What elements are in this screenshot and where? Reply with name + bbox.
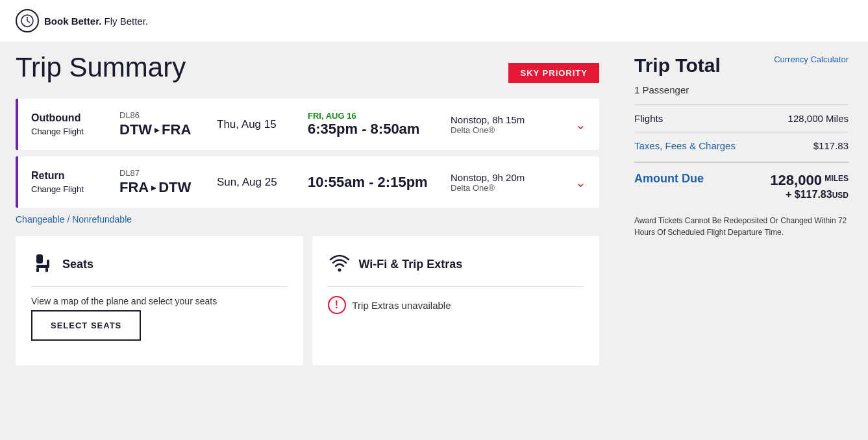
outbound-date: Thu, Aug 15 — [217, 118, 288, 131]
return-route: FRA ▸ DTW — [119, 179, 197, 196]
header: Book Better. Fly Better. — [0, 0, 868, 42]
taxes-value: $117.83 — [813, 140, 849, 151]
wifi-card-title: Wi-Fi & Trip Extras — [359, 258, 463, 271]
outbound-info-block: Nonstop, 8h 15m Delta One® — [451, 114, 554, 135]
amount-due-row: Amount Due 128,000 MILES + $117.83USD — [634, 162, 849, 206]
outbound-nonstop: Nonstop, 8h 15m — [451, 114, 554, 125]
return-flight-card: Return Change Flight DL87 FRA ▸ DTW Sun,… — [16, 156, 599, 208]
svg-point-8 — [338, 269, 341, 272]
outbound-time: 6:35pm - 8:50am — [308, 121, 431, 138]
return-date: Sun, Aug 25 — [217, 176, 288, 189]
right-panel: Trip Total Currency Calculator 1 Passeng… — [615, 42, 868, 381]
flights-label: Flights — [634, 113, 663, 124]
flights-cost-row: Flights 128,000 Miles — [634, 104, 849, 132]
page-title: Trip Summary — [16, 52, 186, 83]
return-nonstop: Nonstop, 9h 20m — [451, 172, 554, 183]
extras-cards-row: Seats View a map of the plane and select… — [16, 236, 599, 365]
seats-card-header: Seats — [31, 251, 288, 287]
return-time: 10:55am - 2:15pm — [308, 174, 431, 191]
svg-rect-6 — [36, 268, 39, 272]
logo-icon — [16, 9, 39, 32]
seat-icon — [31, 251, 55, 278]
changeable-note: Changeable / Nonrefundable — [16, 214, 599, 225]
taxes-label: Taxes, Fees & Charges — [634, 140, 736, 151]
amount-due-miles-unit: MILES — [825, 174, 849, 183]
main-content: Trip Summary SKY PRIORITY Outbound Chang… — [0, 42, 868, 381]
wifi-card: Wi-Fi & Trip Extras ! Trip Extras unavai… — [312, 236, 600, 365]
return-route-arrow: ▸ — [151, 182, 156, 193]
sky-priority-badge: SKY PRIORITY — [508, 63, 599, 83]
flights-value: 128,000 Miles — [788, 113, 849, 124]
seats-card-body: View a map of the plane and select your … — [31, 296, 288, 341]
outbound-route-section: DL86 DTW ▸ FRA — [119, 110, 197, 138]
return-time-block: 10:55am - 2:15pm — [308, 174, 431, 191]
logo: Book Better. Fly Better. — [16, 9, 148, 32]
return-class: Delta One® — [451, 183, 554, 193]
seats-card-title: Seats — [62, 258, 93, 271]
seats-card: Seats View a map of the plane and select… — [16, 236, 303, 365]
outbound-label: Outbound — [31, 112, 109, 124]
outbound-time-block: FRI, AUG 16 6:35pm - 8:50am — [308, 111, 431, 138]
amount-due-label: Amount Due — [634, 172, 704, 186]
return-label: Return — [31, 170, 109, 182]
outbound-class: Delta One® — [451, 125, 554, 135]
svg-rect-5 — [47, 260, 49, 268]
return-label-section: Return Change Flight — [31, 170, 109, 194]
outbound-change-flight-link[interactable]: Change Flight — [31, 127, 109, 136]
outbound-route-arrow: ▸ — [155, 125, 159, 135]
outbound-flight-number: DL86 — [119, 110, 197, 120]
wifi-icon — [328, 251, 351, 278]
trip-total-header: Trip Total Currency Calculator — [634, 55, 849, 79]
trip-extras-unavailable-row: ! Trip Extras unavailable — [328, 296, 584, 314]
outbound-label-section: Outbound Change Flight — [31, 112, 109, 136]
return-info-block: Nonstop, 9h 20m Delta One® — [451, 172, 554, 193]
svg-line-2 — [27, 21, 30, 23]
outbound-expand-icon[interactable]: ⌄ — [575, 117, 586, 132]
return-flight-number: DL87 — [119, 168, 197, 178]
svg-rect-7 — [45, 268, 48, 272]
logo-text: Book Better. Fly Better. — [44, 16, 148, 27]
amount-due-usd: + $117.83USD — [770, 189, 849, 201]
title-row: Trip Summary SKY PRIORITY — [16, 52, 599, 93]
svg-rect-3 — [36, 254, 43, 263]
select-seats-button[interactable]: SELECT SEATS — [31, 310, 141, 341]
outbound-route: DTW ▸ FRA — [119, 121, 197, 138]
return-route-section: DL87 FRA ▸ DTW — [119, 168, 197, 196]
return-expand-icon[interactable]: ⌄ — [575, 175, 586, 190]
currency-calculator-link[interactable]: Currency Calculator — [774, 55, 849, 64]
left-panel: Trip Summary SKY PRIORITY Outbound Chang… — [0, 42, 615, 381]
wifi-card-header: Wi-Fi & Trip Extras — [328, 251, 584, 287]
return-change-flight-link[interactable]: Change Flight — [31, 184, 109, 194]
amount-due-miles: 128,000 — [770, 172, 822, 188]
warning-icon: ! — [328, 296, 346, 314]
outbound-flight-card: Outbound Change Flight DL86 DTW ▸ FRA Th… — [16, 99, 599, 150]
trip-total-title: Trip Total — [634, 55, 721, 77]
trip-extras-unavailable-text: Trip Extras unavailable — [353, 300, 451, 311]
award-note: Award Tickets Cannot Be Redeposited Or C… — [634, 215, 849, 238]
taxes-cost-row: Taxes, Fees & Charges $117.83 — [634, 132, 849, 159]
amount-due-value: 128,000 MILES + $117.83USD — [770, 172, 849, 201]
outbound-date-label: FRI, AUG 16 — [308, 111, 431, 121]
passenger-count: 1 Passenger — [634, 84, 849, 95]
